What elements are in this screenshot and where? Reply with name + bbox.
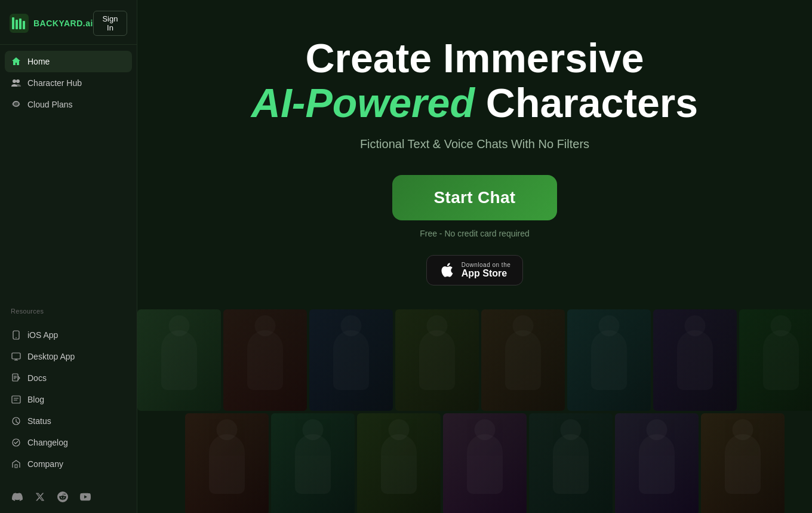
- characters-icon: [11, 78, 21, 88]
- char-card[interactable]: [309, 309, 393, 411]
- svg-point-6: [16, 79, 20, 83]
- sidebar-item-character-hub[interactable]: Character Hub: [5, 72, 132, 94]
- app-store-button[interactable]: Download on the App Store: [426, 255, 524, 285]
- character-grid-row-2: [137, 413, 812, 513]
- svg-point-9: [16, 337, 17, 339]
- cloud-icon: [11, 99, 21, 110]
- char-card[interactable]: [615, 413, 699, 513]
- char-card[interactable]: [223, 309, 307, 411]
- sidebar-item-desktop-app[interactable]: Desktop App: [5, 346, 132, 367]
- char-card[interactable]: [443, 413, 527, 513]
- sidebar-item-docs[interactable]: Docs: [5, 367, 132, 389]
- logo-text: BACKYARD.ai: [33, 19, 93, 28]
- sidebar-item-home[interactable]: Home: [5, 51, 132, 72]
- svg-rect-1: [12, 17, 14, 29]
- char-card[interactable]: [739, 309, 812, 411]
- logo-area: BACKYARD.ai: [10, 14, 93, 33]
- main-content: Create Immersive AI-Powered Characters F…: [137, 0, 812, 513]
- docs-icon: [11, 373, 21, 383]
- app-store-small-text: Download on the: [462, 262, 511, 268]
- hero-title: Create Immersive AI-Powered Characters: [251, 36, 698, 125]
- sidebar-item-company[interactable]: Company: [5, 453, 132, 475]
- free-label: Free - No credit card required: [420, 229, 530, 238]
- resources-nav: iOS App Desktop App: [0, 318, 137, 481]
- char-card[interactable]: [137, 309, 221, 411]
- sidebar-item-cloud-plans-label: Cloud Plans: [27, 100, 73, 109]
- status-label: Status: [27, 416, 51, 426]
- char-card[interactable]: [529, 413, 613, 513]
- desktop-icon: [11, 351, 21, 362]
- sidebar-item-changelog[interactable]: Changelog: [5, 432, 132, 453]
- discord-icon[interactable]: [11, 490, 24, 503]
- sidebar-header: BACKYARD.ai Sign In: [0, 0, 137, 45]
- char-card[interactable]: [271, 413, 355, 513]
- company-label: Company: [27, 459, 63, 469]
- char-card[interactable]: [567, 309, 651, 411]
- char-card[interactable]: [653, 309, 737, 411]
- logo-icon: [10, 14, 29, 33]
- character-grid-section: [137, 309, 812, 513]
- sidebar-item-status[interactable]: Status: [5, 410, 132, 432]
- home-icon: [11, 56, 21, 67]
- sidebar-item-blog[interactable]: Blog: [5, 389, 132, 410]
- sidebar-bottom: Resources iOS App: [0, 300, 137, 513]
- char-card[interactable]: [357, 413, 441, 513]
- main-nav: Home Character Hub Cloud Pla: [0, 45, 137, 121]
- character-grid-row-1: [137, 309, 812, 411]
- char-card[interactable]: [395, 309, 479, 411]
- svg-rect-2: [16, 20, 18, 29]
- hero-section: Create Immersive AI-Powered Characters F…: [137, 0, 812, 309]
- svg-rect-3: [19, 19, 21, 29]
- char-card[interactable]: [481, 309, 565, 411]
- svg-point-14: [13, 439, 20, 446]
- hero-subtitle: Fictional Text & Voice Chats With No Fil…: [360, 137, 589, 151]
- desktop-app-label: Desktop App: [27, 352, 75, 361]
- youtube-icon[interactable]: [79, 490, 92, 503]
- sidebar-item-character-hub-label: Character Hub: [27, 78, 82, 88]
- changelog-label: Changelog: [27, 438, 68, 447]
- company-icon: [11, 459, 21, 469]
- sidebar: BACKYARD.ai Sign In Home: [0, 0, 137, 513]
- ios-app-label: iOS App: [27, 330, 58, 340]
- char-card[interactable]: [701, 413, 785, 513]
- resources-label: Resources: [0, 300, 137, 318]
- start-chat-button[interactable]: Start Chat: [392, 175, 558, 220]
- sidebar-item-home-label: Home: [27, 57, 50, 66]
- status-icon: [11, 416, 21, 426]
- twitter-icon[interactable]: [33, 490, 47, 503]
- blog-icon: [11, 394, 21, 405]
- svg-rect-12: [12, 396, 20, 403]
- social-links: [0, 481, 137, 513]
- apple-icon: [439, 262, 456, 278]
- ios-icon: [11, 330, 21, 340]
- docs-label: Docs: [27, 373, 47, 383]
- changelog-icon: [11, 437, 21, 448]
- svg-rect-15: [15, 465, 17, 468]
- char-card[interactable]: [185, 413, 269, 513]
- sign-in-button[interactable]: Sign In: [93, 11, 127, 36]
- svg-rect-10: [12, 353, 20, 359]
- app-store-large-text: App Store: [462, 268, 507, 279]
- svg-rect-4: [23, 21, 25, 29]
- reddit-icon[interactable]: [56, 490, 69, 503]
- sidebar-item-cloud-plans[interactable]: Cloud Plans: [5, 94, 132, 115]
- blog-label: Blog: [27, 395, 44, 404]
- sidebar-item-ios-app[interactable]: iOS App: [5, 324, 132, 346]
- svg-point-5: [13, 79, 16, 83]
